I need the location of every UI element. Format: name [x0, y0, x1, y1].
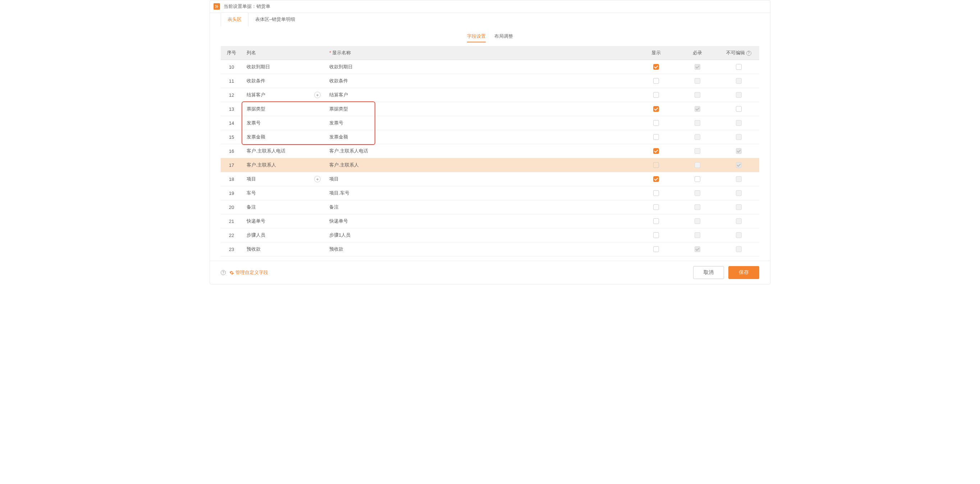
checkbox-show[interactable]	[653, 232, 659, 238]
cell-display[interactable]: 发票号	[325, 116, 635, 130]
cancel-button[interactable]: 取消	[693, 266, 724, 279]
main-tab-1[interactable]: 表体区–销货单明细	[248, 12, 302, 26]
checkbox-noedit[interactable]	[736, 106, 741, 112]
checkbox-show[interactable]	[653, 190, 659, 196]
checkbox-show[interactable]	[653, 78, 659, 84]
checkbox-noedit[interactable]	[736, 64, 741, 70]
table-row: 10收款到期日收款到期日	[221, 60, 759, 74]
sub-tab-0[interactable]: 字段设置	[467, 33, 486, 43]
cell-noedit	[718, 214, 759, 228]
sub-tab-1[interactable]: 布局调整	[494, 33, 513, 43]
colname-label: 备注	[247, 204, 256, 210]
cell-show	[635, 88, 676, 102]
footer-left: ? 管理自定义字段	[221, 269, 268, 276]
cell-display[interactable]: 结算客户	[325, 88, 635, 102]
table-row: 16客户.主联系人电话客户.主联系人电话	[221, 144, 759, 158]
cell-required	[676, 88, 718, 102]
cell-display[interactable]: 快递单号	[325, 214, 635, 228]
colname-label: 快递单号	[247, 218, 265, 224]
cell-show	[635, 74, 676, 88]
table-row: 22步骤人员步骤1人员	[221, 228, 759, 242]
cell-colname: 结算客户+	[242, 88, 325, 102]
cell-seq: 11	[221, 74, 242, 88]
cell-display[interactable]: 项目	[325, 172, 635, 186]
cell-display[interactable]: 收款条件	[325, 74, 635, 88]
cell-show	[635, 242, 676, 256]
cell-required	[676, 186, 718, 200]
cell-display[interactable]: 收款到期日	[325, 60, 635, 74]
cell-seq: 16	[221, 144, 242, 158]
cell-seq: 23	[221, 242, 242, 256]
cell-show	[635, 102, 676, 116]
footer: ? 管理自定义字段 取消 保存	[210, 261, 770, 284]
collapse-toggle[interactable]	[213, 3, 220, 10]
cell-colname: 车号	[242, 186, 325, 200]
cell-show	[635, 228, 676, 242]
cell-display[interactable]: 票据类型	[325, 102, 635, 116]
cell-show	[635, 116, 676, 130]
th-seq: 序号	[221, 46, 242, 60]
checkbox-show[interactable]	[653, 162, 659, 168]
checkbox-show[interactable]	[653, 92, 659, 98]
cell-colname: 收款到期日	[242, 60, 325, 74]
table-row: 21快递单号快递单号	[221, 214, 759, 228]
table-row: 17客户.主联系人客户.主联系人	[221, 158, 759, 172]
checkbox-show[interactable]	[653, 134, 659, 140]
checkbox-show[interactable]	[653, 176, 659, 182]
cell-display[interactable]: 客户.主联系人电话	[325, 144, 635, 158]
colname-label: 发票金额	[247, 134, 265, 140]
checkbox-noedit	[736, 134, 741, 140]
cell-display[interactable]: 预收款	[325, 242, 635, 256]
th-noedit: 不可编辑?	[718, 46, 759, 60]
cell-seq: 21	[221, 214, 242, 228]
cell-seq: 14	[221, 116, 242, 130]
checkbox-show[interactable]	[653, 218, 659, 224]
cell-required	[676, 242, 718, 256]
th-display-label: 显示名称	[332, 50, 351, 56]
cell-required	[676, 228, 718, 242]
table-row: 14发票号发票号	[221, 116, 759, 130]
cell-seq: 18	[221, 172, 242, 186]
cell-noedit	[718, 172, 759, 186]
checkbox-noedit	[736, 162, 741, 168]
sub-tabs: 字段设置布局调整	[210, 27, 770, 46]
checkbox-show[interactable]	[653, 246, 659, 252]
cell-display[interactable]: 备注	[325, 200, 635, 214]
cell-display[interactable]: 步骤1人员	[325, 228, 635, 242]
checkbox-noedit	[736, 246, 741, 252]
table-row: 18项目+项目	[221, 172, 759, 186]
cell-noedit	[718, 88, 759, 102]
checkbox-required	[695, 120, 700, 126]
cell-required	[676, 74, 718, 88]
expand-button[interactable]: +	[314, 176, 321, 182]
help-icon[interactable]: ?	[746, 51, 751, 56]
expand-button[interactable]: +	[314, 92, 321, 98]
checkbox-noedit	[736, 204, 741, 210]
th-noedit-label: 不可编辑	[726, 50, 745, 56]
cell-display[interactable]: 发票金额	[325, 130, 635, 144]
save-button[interactable]: 保存	[729, 266, 759, 279]
cell-noedit	[718, 158, 759, 172]
colname-label: 发票号	[247, 120, 261, 126]
checkbox-show[interactable]	[653, 64, 659, 70]
checkbox-show[interactable]	[653, 148, 659, 154]
cell-colname: 步骤人员	[242, 228, 325, 242]
cell-required	[676, 130, 718, 144]
cell-display[interactable]: 项目.车号	[325, 186, 635, 200]
checkbox-show[interactable]	[653, 120, 659, 126]
checkbox-noedit	[736, 218, 741, 224]
checkbox-required[interactable]	[695, 176, 700, 182]
manage-custom-fields-link[interactable]: 管理自定义字段	[229, 269, 268, 276]
table-row: 23预收款预收款	[221, 242, 759, 256]
checkbox-show[interactable]	[653, 106, 659, 112]
checkbox-show[interactable]	[653, 204, 659, 210]
table-header-row: 序号 列名 *显示名称 显示 必录 不可编辑?	[221, 46, 759, 60]
cell-noedit	[718, 102, 759, 116]
main-tab-0[interactable]: 表头区	[221, 12, 248, 26]
cell-display[interactable]: 客户.主联系人	[325, 158, 635, 172]
help-icon[interactable]: ?	[221, 270, 226, 275]
cell-required	[676, 214, 718, 228]
checkbox-required	[695, 162, 700, 168]
cell-seq: 20	[221, 200, 242, 214]
colname-label: 项目	[247, 176, 256, 182]
